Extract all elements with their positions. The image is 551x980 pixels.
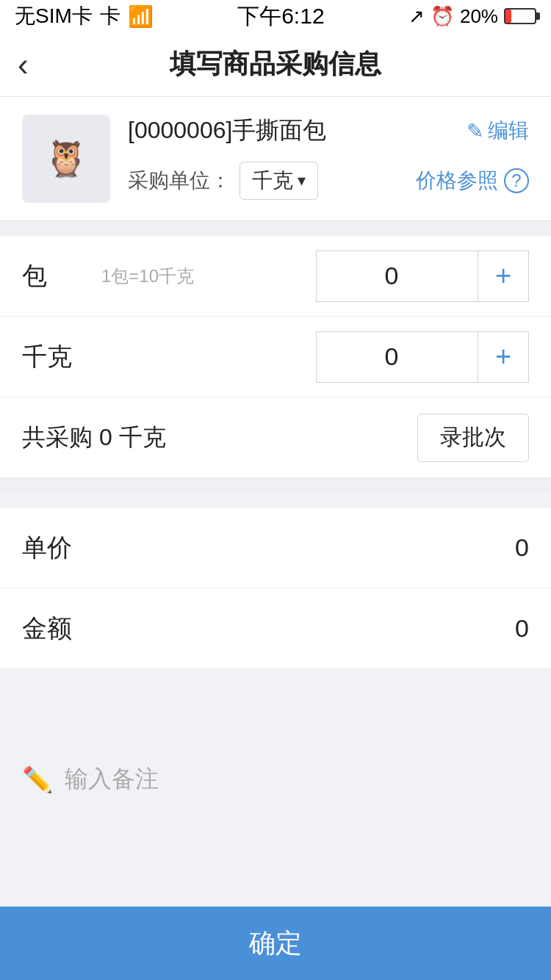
battery-fill [505, 10, 511, 23]
price-ref-label: 价格参照 [416, 167, 498, 195]
kg-plus-button[interactable]: + [478, 331, 529, 383]
package-label: 包 [22, 259, 96, 293]
kg-input-group: + [316, 331, 529, 383]
unit-value: 千克 [252, 167, 293, 195]
section-divider-2 [0, 478, 551, 493]
alarm-icon: ⏰ [431, 5, 454, 28]
amount-label: 金额 [22, 612, 72, 646]
package-sublabel: 1包=10千克 [101, 264, 316, 288]
section-divider-1 [0, 221, 551, 236]
product-name-row: [0000006]手撕面包 ✎ 编辑 [128, 115, 529, 147]
unit-label: 采购单位： [128, 167, 231, 195]
package-plus-button[interactable]: + [478, 251, 529, 302]
product-info: [0000006]手撕面包 ✎ 编辑 采购单位： 千克 ▾ 价格参照 ? [128, 115, 529, 200]
carrier-text: 无SIM卡 [15, 2, 93, 30]
edit-icon: ✎ [467, 119, 483, 143]
unit-price-label: 单价 [22, 531, 72, 565]
sim-text: 卡 [100, 2, 120, 30]
info-section: 单价 0 金额 0 [0, 508, 551, 669]
note-section[interactable]: ✏️ 输入备注 [0, 669, 551, 890]
status-time: 下午6:12 [237, 1, 324, 32]
kg-label: 千克 [22, 340, 96, 374]
product-image: 🦉 [22, 115, 110, 203]
chevron-down-icon: ▾ [298, 171, 306, 190]
batch-button[interactable]: 录批次 [417, 414, 529, 462]
unit-select-button[interactable]: 千克 ▾ [240, 162, 318, 200]
unit-price-value: 0 [515, 533, 529, 562]
summary-row: 共采购 0 千克 录批次 [0, 397, 551, 478]
status-bar: 无SIM卡 卡 📶 下午6:12 ↗ ⏰ 20% [0, 0, 551, 32]
product-unit-row: 采购单位： 千克 ▾ 价格参照 ? [128, 162, 529, 200]
edit-button[interactable]: ✎ 编辑 [467, 117, 529, 145]
kg-row: 千克 + [0, 317, 551, 397]
product-name: [0000006]手撕面包 [128, 115, 326, 147]
battery-percent: 20% [460, 5, 498, 28]
package-input[interactable] [316, 251, 478, 302]
unit-selector-area: 采购单位： 千克 ▾ [128, 162, 318, 200]
back-button[interactable]: ‹ [18, 48, 29, 81]
status-left: 无SIM卡 卡 📶 [15, 2, 154, 30]
product-card: 🦉 [0000006]手撕面包 ✎ 编辑 采购单位： 千克 ▾ 价格参照 ? [0, 97, 551, 221]
nav-bar: ‹ 填写商品采购信息 [0, 32, 551, 97]
package-input-group: + [316, 251, 529, 302]
summary-text: 共采购 0 千克 [22, 422, 166, 454]
package-row: 包 1包=10千克 + [0, 236, 551, 317]
help-icon: ? [504, 168, 529, 193]
battery-icon [504, 8, 536, 24]
status-right: ↗ ⏰ 20% [408, 5, 536, 28]
unit-price-row: 单价 0 [0, 508, 551, 588]
kg-input[interactable] [316, 331, 478, 383]
amount-value: 0 [515, 614, 529, 643]
product-image-placeholder: 🦉 [44, 138, 88, 179]
nav-title: 填写商品采购信息 [170, 46, 381, 82]
location-icon: ↗ [408, 5, 425, 28]
amount-row: 金额 0 [0, 588, 551, 669]
edit-label: 编辑 [488, 117, 529, 145]
pencil-icon: ✏️ [22, 765, 53, 794]
wifi-icon: 📶 [128, 4, 154, 29]
confirm-button[interactable]: 确定 [0, 907, 551, 980]
form-section: 包 1包=10千克 + 千克 + [0, 236, 551, 397]
price-ref-button[interactable]: 价格参照 ? [416, 167, 529, 195]
note-placeholder: 输入备注 [65, 763, 159, 796]
